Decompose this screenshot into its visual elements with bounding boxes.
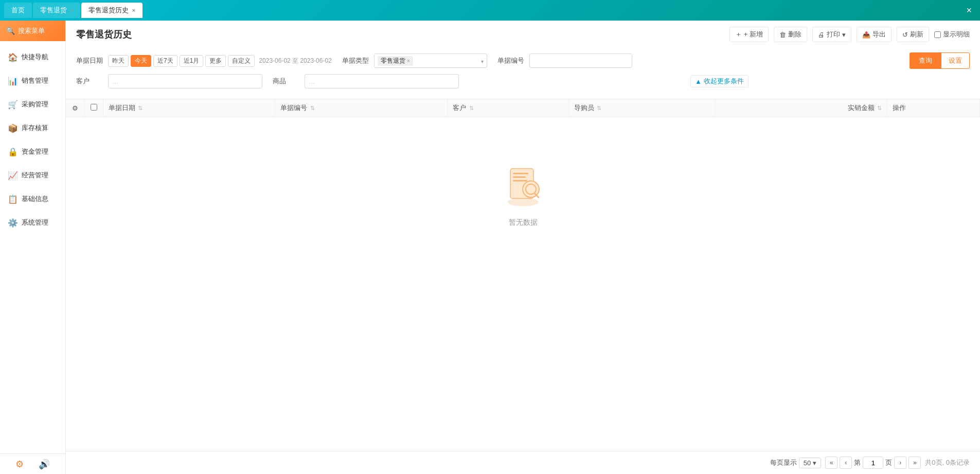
page-number-input[interactable]: [863, 457, 883, 469]
last-page-button[interactable]: »: [908, 457, 921, 469]
customer-placeholder: ...: [113, 78, 118, 85]
sidebar: 🔍 搜索菜单 🏠 快捷导航 📊 销售管理 🛒 采购管理 📦 库存核算 🔒: [0, 21, 66, 474]
th-checkbox[interactable]: [84, 99, 103, 117]
th-customer[interactable]: 客户 ⇅: [448, 99, 568, 117]
sidebar-search[interactable]: 🔍 搜索菜单: [0, 21, 65, 41]
date-btn-today[interactable]: 今天: [131, 55, 151, 67]
page-header: 零售退货历史 ＋ + 新增 🗑 删除 🖨 打印 ▾: [66, 21, 980, 99]
home-icon: 🏠: [8, 52, 17, 62]
per-page-value: 50: [804, 459, 811, 467]
voucher-type-select[interactable]: 零售退货 ×: [374, 53, 487, 68]
footer-sound-button[interactable]: 🔊: [39, 459, 50, 470]
date-filter-item: 单据日期 昨天 今天 近7天 近1月 更多 自定义 2023-06-02 至 2…: [76, 55, 332, 67]
th-customer-label: 客户: [453, 104, 466, 112]
inventory-icon: 📦: [8, 123, 17, 133]
th-guide-label: 导购员: [574, 104, 594, 112]
th-settings[interactable]: ⚙: [66, 99, 84, 117]
date-btn-more[interactable]: 更多: [205, 55, 226, 67]
table-container: ⚙ 单据日期 ⇅ 单据编号 ⇅: [66, 99, 980, 451]
top-bar-right: ×: [962, 5, 976, 16]
tab-retail-return-history[interactable]: 零售退货历史 ×: [81, 3, 142, 18]
print-button[interactable]: 🖨 打印 ▾: [812, 27, 851, 42]
voucher-type-remove[interactable]: ×: [407, 58, 410, 64]
goods-input[interactable]: ...: [305, 74, 459, 88]
collapse-up-icon: ▲: [695, 78, 702, 85]
voucher-no-label: 单据编号: [497, 56, 526, 65]
th-no[interactable]: 单据编号 ⇅: [275, 99, 448, 117]
page-title: 零售退货历史: [76, 28, 132, 41]
delete-button-label: 删除: [788, 30, 801, 39]
settings-icon: ⚙: [72, 104, 78, 112]
empty-state: 暂无数据: [66, 117, 980, 268]
print-chevron-icon: ▾: [842, 31, 846, 39]
tab-home-label: 首页: [11, 6, 25, 15]
page-unit: 页: [885, 458, 892, 467]
sidebar-item-basic-info[interactable]: 📋 基础信息: [0, 187, 65, 211]
sidebar-item-quick-nav[interactable]: 🏠 快捷导航: [0, 45, 65, 69]
voucher-no-input[interactable]: [529, 53, 632, 68]
per-page-dropdown[interactable]: 50 ▾: [799, 458, 821, 468]
print-button-label: 打印: [827, 30, 840, 39]
purchase-icon: 🛒: [8, 100, 17, 109]
export-button[interactable]: 📤 导出: [857, 27, 892, 42]
th-amount[interactable]: 实销金额 ⇅: [715, 99, 887, 117]
refresh-icon: ↺: [902, 31, 908, 39]
tab-retail-return[interactable]: 零售退货 ×: [33, 3, 80, 18]
settings-button[interactable]: 设置: [941, 52, 970, 69]
query-button[interactable]: 查询: [910, 52, 941, 69]
date-btn-custom[interactable]: 自定义: [228, 55, 255, 67]
page-header-top: 零售退货历史 ＋ + 新增 🗑 删除 🖨 打印 ▾: [76, 27, 970, 42]
th-no-sort-icon: ⇅: [310, 105, 315, 111]
main-layout: 🔍 搜索菜单 🏠 快捷导航 📊 销售管理 🛒 采购管理 📦 库存核算 🔒: [0, 21, 980, 474]
tab-home[interactable]: 首页: [4, 3, 32, 18]
footer-gear-button[interactable]: ⚙: [15, 459, 24, 470]
print-icon: 🖨: [818, 31, 825, 39]
first-page-button[interactable]: «: [825, 457, 838, 469]
svg-rect-3: [513, 176, 526, 178]
empty-text: 暂无数据: [509, 218, 538, 227]
show-detail-checkbox-wrapper[interactable]: 显示明细: [934, 30, 970, 39]
action-buttons: 查询 设置: [910, 52, 970, 69]
customer-filter-item: 客户 ...: [76, 74, 262, 88]
sidebar-item-sales-mgmt[interactable]: 📊 销售管理: [0, 69, 65, 93]
per-page-chevron-icon: ▾: [813, 459, 816, 467]
sidebar-item-purchase-mgmt[interactable]: 🛒 采购管理: [0, 93, 65, 116]
tab-retail-return-history-label: 零售退货历史: [88, 6, 129, 15]
sidebar-item-operation-mgmt[interactable]: 📈 经营管理: [0, 163, 65, 187]
th-amount-sort-icon: ⇅: [877, 105, 882, 111]
sidebar-footer: ⚙ 🔊: [0, 453, 65, 474]
refresh-button-label: 刷新: [910, 30, 923, 39]
sidebar-item-quick-nav-label: 快捷导航: [22, 52, 48, 62]
tab-retail-return-history-close[interactable]: ×: [132, 8, 135, 13]
th-action-label: 操作: [893, 104, 906, 112]
svg-rect-2: [513, 173, 528, 174]
date-btn-yesterday[interactable]: 昨天: [108, 55, 129, 67]
delete-button[interactable]: 🗑 删除: [774, 27, 807, 42]
new-button-label: + 新增: [744, 30, 763, 39]
sidebar-item-system-mgmt[interactable]: ⚙️ 系统管理: [0, 211, 65, 234]
sidebar-item-inventory[interactable]: 📦 库存核算: [0, 116, 65, 140]
th-guide-sort-icon: ⇅: [597, 105, 601, 111]
sidebar-item-system-mgmt-label: 系统管理: [22, 218, 48, 227]
th-date[interactable]: 单据日期 ⇅: [103, 99, 275, 117]
th-guide[interactable]: 导购员 ⇅: [568, 99, 715, 117]
filter-row-2: 客户 ... 商品 ... ▲: [76, 73, 970, 89]
prev-page-button[interactable]: ‹: [840, 457, 852, 469]
new-button[interactable]: ＋ + 新增: [729, 27, 769, 42]
tab-retail-return-label: 零售退货: [40, 6, 67, 15]
tab-retail-return-close[interactable]: ×: [70, 8, 73, 13]
refresh-button[interactable]: ↺ 刷新: [897, 27, 929, 42]
collapse-button[interactable]: ▲ 收起更多条件: [690, 75, 749, 87]
date-btn-1month[interactable]: 近1月: [180, 55, 204, 67]
sidebar-item-finance-mgmt[interactable]: 🔒 资金管理: [0, 140, 65, 163]
sales-icon: 📊: [8, 76, 17, 85]
voucher-type-tag-text: 零售退货: [381, 57, 405, 65]
window-close-button[interactable]: ×: [962, 5, 976, 16]
date-btn-7days[interactable]: 近7天: [153, 55, 177, 67]
voucher-type-filter-item: 单据类型 零售退货 ×: [342, 53, 487, 68]
sidebar-item-finance-mgmt-label: 资金管理: [22, 147, 48, 156]
next-page-button[interactable]: ›: [894, 457, 906, 469]
show-detail-checkbox[interactable]: [934, 31, 941, 38]
select-all-checkbox[interactable]: [91, 104, 97, 111]
customer-input[interactable]: ...: [108, 74, 262, 88]
